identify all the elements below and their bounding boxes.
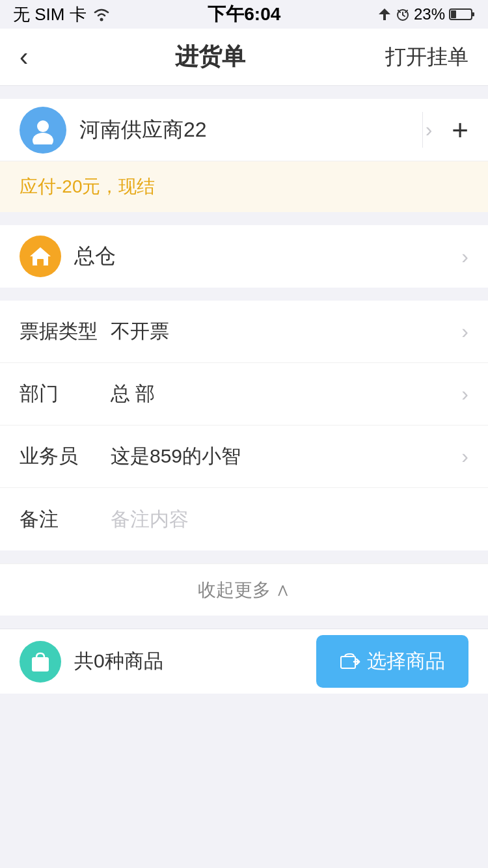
supplier-chevron-icon: ›	[426, 118, 433, 142]
warehouse-name: 总仓	[74, 242, 461, 271]
page-title: 进货单	[175, 41, 245, 73]
salesman-label: 业务员	[20, 443, 104, 470]
supplier-divider	[422, 112, 423, 148]
salesman-value: 这是859的小智	[104, 443, 461, 470]
battery-percent: 23%	[414, 5, 445, 23]
remark-row[interactable]: 备注 备注内容	[0, 488, 488, 550]
svg-point-0	[100, 18, 103, 21]
add-supplier-button[interactable]: +	[452, 114, 468, 146]
remark-label: 备注	[20, 506, 104, 533]
department-row[interactable]: 部门 总 部 ›	[0, 363, 488, 426]
alarm-icon	[396, 7, 410, 21]
main-content: 河南供应商22 › + 应付-20元，现结 总仓 › 票据类型 不开票	[0, 86, 488, 868]
form-section: 票据类型 不开票 › 部门 总 部 › 业务员 这是859的小智 › 备注 备注…	[0, 301, 488, 550]
supplier-name: 河南供应商22	[79, 116, 426, 144]
section-gap-2	[0, 212, 488, 225]
section-gap-1	[0, 86, 488, 99]
product-count: 共0种商品	[74, 648, 316, 675]
svg-rect-8	[32, 657, 49, 671]
carrier-text: 无 SIM 卡	[13, 3, 87, 26]
collapse-label: 收起更多 ∧	[198, 578, 291, 603]
remark-placeholder: 备注内容	[104, 506, 468, 533]
svg-rect-9	[341, 657, 355, 668]
bag-icon	[28, 649, 53, 674]
supplier-section: 河南供应商22 › + 应付-20元，现结	[0, 99, 488, 212]
supplier-avatar	[20, 107, 66, 154]
notice-text: 应付-20元，现结	[20, 176, 155, 197]
open-pending-button[interactable]: 打开挂单	[385, 43, 468, 72]
warehouse-row[interactable]: 总仓 ›	[0, 225, 488, 288]
user-icon	[29, 116, 57, 144]
department-value: 总 部	[104, 381, 461, 407]
svg-rect-4	[451, 10, 456, 18]
department-chevron-icon: ›	[461, 382, 468, 406]
status-right: 23%	[377, 5, 475, 23]
svg-rect-3	[472, 12, 474, 16]
svg-point-6	[33, 133, 53, 144]
status-time: 下午6:04	[208, 2, 280, 27]
warehouse-chevron-icon: ›	[461, 245, 468, 269]
ticket-type-chevron-icon: ›	[461, 319, 468, 344]
salesman-row[interactable]: 业务员 这是859的小智 ›	[0, 426, 488, 488]
select-product-icon	[340, 653, 360, 671]
select-product-label: 选择商品	[367, 648, 445, 675]
location-icon	[377, 7, 392, 21]
select-product-button[interactable]: 选择商品	[316, 635, 468, 688]
ticket-type-row[interactable]: 票据类型 不开票 ›	[0, 301, 488, 363]
ticket-type-label: 票据类型	[20, 318, 104, 345]
svg-point-5	[37, 120, 49, 132]
house-icon	[29, 245, 52, 268]
product-icon	[20, 641, 61, 683]
warehouse-icon	[20, 236, 61, 277]
salesman-chevron-icon: ›	[461, 444, 468, 468]
status-bar: 无 SIM 卡 下午6:04 23%	[0, 0, 488, 29]
bottom-bar: 共0种商品 选择商品	[0, 629, 488, 694]
wifi-icon	[92, 7, 111, 21]
status-carrier: 无 SIM 卡	[13, 3, 111, 26]
warehouse-section: 总仓 ›	[0, 225, 488, 288]
department-label: 部门	[20, 381, 104, 407]
nav-bar: ‹ 进货单 打开挂单	[0, 29, 488, 86]
supplier-row[interactable]: 河南供应商22 › +	[0, 99, 488, 161]
back-button[interactable]: ‹	[13, 36, 34, 78]
svg-rect-7	[37, 259, 44, 265]
ticket-type-value: 不开票	[104, 318, 461, 345]
battery-icon	[449, 7, 475, 21]
notice-banner: 应付-20元，现结	[0, 161, 488, 212]
collapse-row[interactable]: 收起更多 ∧	[0, 563, 488, 616]
